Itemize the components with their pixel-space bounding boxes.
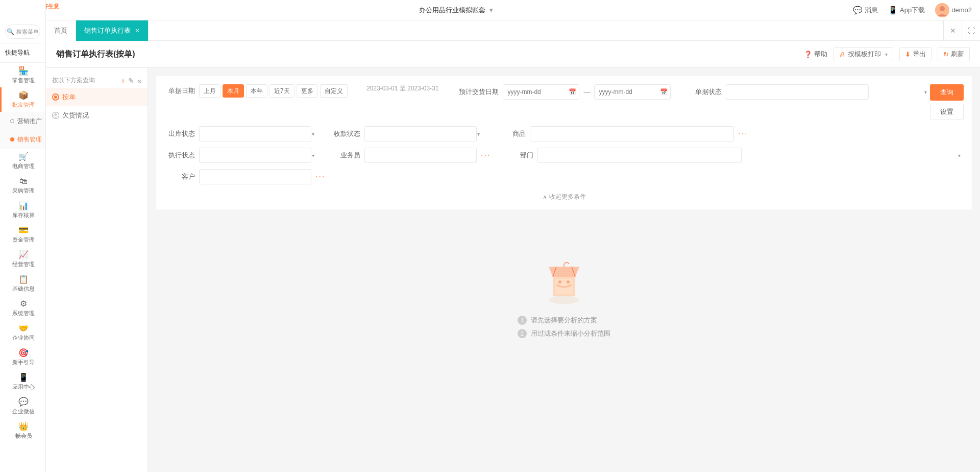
sidebar-item-operations[interactable]: 📈 经营管理 <box>0 247 45 271</box>
sidebar-item-wholesale[interactable]: 📦 批发管理 <box>0 87 45 112</box>
sidebar-item-finance[interactable]: 💳 资金管理 <box>0 222 45 247</box>
plan-item-order[interactable]: 按单 <box>46 88 148 106</box>
sidebar-sub-marketing[interactable]: 营销推广 <box>0 112 45 130</box>
exec-status-filter: 执行状态 <box>164 148 317 163</box>
salesperson-input[interactable] <box>364 148 477 163</box>
wechat-icon: 💬 <box>18 397 29 407</box>
tab-home[interactable]: 首页 <box>46 20 76 41</box>
tab-sales-order-exec-label: 销售订单执行表 <box>84 26 131 35</box>
order-status-filter: 单据状态 <box>691 84 930 100</box>
wholesale-icon: 📦 <box>18 90 29 100</box>
sidebar-item-member[interactable]: 👑 畅会员 <box>0 418 45 443</box>
sidebar-sub-sales[interactable]: 销售管理 <box>0 130 45 149</box>
filter-row-2: 出库状态 收款状态 <box>164 126 964 141</box>
date-btn-this-month[interactable]: 本月 <box>223 84 244 98</box>
svg-point-8 <box>567 280 570 284</box>
sidebar-item-inventory[interactable]: 📊 库存核算 <box>0 198 45 222</box>
expected-date-label: 预计交货日期 <box>459 87 499 97</box>
collapse-icon: ∧ <box>543 194 547 201</box>
sidebar-item-purchase[interactable]: 🛍 采购管理 <box>0 173 45 198</box>
add-plan-btn[interactable]: + <box>121 77 125 85</box>
wholesale-submenu: 营销推广 销售管理 <box>0 112 45 149</box>
finance-icon: 💳 <box>18 225 29 235</box>
app-download-btn[interactable]: 📱 App下载 <box>888 6 925 15</box>
salesperson-label: 业务员 <box>330 151 360 160</box>
date-btn-custom[interactable]: 自定义 <box>320 84 348 98</box>
right-panel: 单据日期 上月 本月 本年 近7天 更多 自定义 2023-03-01 至 20… <box>148 68 980 472</box>
salesperson-dots[interactable]: ··· <box>481 151 491 160</box>
print-btn[interactable]: 🖨 按模板打印 ▾ <box>834 47 893 61</box>
sidebar: 🔍 搜索菜单 快捷导航 🏪 零售管理 📦 批发管理 营销推广 销售管理 🛒 <box>0 0 46 472</box>
refresh-btn[interactable]: ↻ 刷新 <box>938 47 970 61</box>
plan-item-order-label: 按单 <box>62 92 76 102</box>
search-menu-btn[interactable]: 🔍 搜索菜单 <box>5 25 40 39</box>
app-icon: 📱 <box>888 6 898 15</box>
sidebar-item-enterprise[interactable]: 🤝 企业协同 <box>0 320 45 345</box>
goods-label: 商品 <box>495 129 526 138</box>
window-close-btn[interactable]: ✕ <box>943 20 962 41</box>
print-dropdown-icon[interactable]: ▾ <box>885 52 888 57</box>
window-maximize-btn[interactable]: ⛶ <box>962 20 980 41</box>
collapse-label: 收起更多条件 <box>549 193 586 201</box>
empty-tip-1-text: 请先选择要分析的方案 <box>531 316 597 325</box>
export-btn[interactable]: ⬇ 导出 <box>899 47 932 61</box>
date-btn-more[interactable]: 更多 <box>297 84 318 98</box>
sidebar-item-system[interactable]: ⚙ 系统管理 <box>0 296 45 320</box>
exec-status-label: 执行状态 <box>164 151 195 160</box>
sidebar-item-retail[interactable]: 🏪 零售管理 <box>0 63 45 87</box>
topbar-center[interactable]: 办公用品行业模拟账套 ▾ <box>419 6 493 15</box>
newbie-icon: 🎯 <box>18 348 29 358</box>
edit-plan-btn[interactable]: ✎ <box>128 77 134 85</box>
user-area[interactable]: demo2 <box>935 3 972 17</box>
tab-close-btn[interactable]: ✕ <box>135 27 140 34</box>
ship-status-filter: 出库状态 <box>164 126 317 141</box>
payment-status-select[interactable] <box>364 126 477 141</box>
exec-status-select[interactable] <box>199 148 311 163</box>
sidebar-item-wechat[interactable]: 💬 企业微信 <box>0 394 45 418</box>
date-btn-last-month[interactable]: 上月 <box>199 84 220 98</box>
inventory-icon: 📊 <box>18 201 29 210</box>
page-title: 销售订单执行表(按单) <box>56 49 135 60</box>
collapse-panel-btn[interactable]: « <box>137 77 141 85</box>
expected-date-start[interactable] <box>503 84 579 100</box>
sidebar-item-newbie[interactable]: 🎯 新手引导 <box>0 345 45 369</box>
search-icon: 🔍 <box>7 28 14 35</box>
sidebar-item-label-newbie: 新手引导 <box>12 359 35 366</box>
filter-row-3: 执行状态 业务员 ··· 部门 <box>164 148 964 163</box>
svg-point-7 <box>558 280 561 284</box>
expected-date-end[interactable] <box>594 84 671 100</box>
ship-status-select[interactable] <box>199 126 311 141</box>
settings-btn[interactable]: 设置 <box>930 104 964 120</box>
top-menu-title: 办公用品行业模拟账套 <box>419 6 485 15</box>
sidebar-search: 🔍 搜索菜单 <box>0 20 45 43</box>
customer-input[interactable] <box>199 169 311 184</box>
goods-dots[interactable]: ··· <box>738 129 748 138</box>
payment-status-select-wrap <box>364 126 483 141</box>
plan-dot-debt: ⏱ <box>52 112 59 119</box>
filter-row-4: 客户 ··· <box>164 169 964 184</box>
topbar: 畅 畅捷通好生意 标准版 办公用品行业模拟账套 ▾ 💬 消息 📱 App下载 d… <box>0 0 980 20</box>
debt-icon: ⏱ <box>53 113 58 119</box>
date-btn-this-year[interactable]: 本年 <box>246 84 267 98</box>
message-btn[interactable]: 💬 消息 <box>853 6 878 15</box>
dept-label: 部门 <box>503 151 533 160</box>
sidebar-item-basic[interactable]: 📋 基础信息 <box>0 271 45 296</box>
left-panel-actions: + ✎ « <box>121 77 141 85</box>
query-btn[interactable]: 查询 <box>930 84 964 101</box>
collapse-conditions-btn[interactable]: ∧ 收起更多条件 <box>164 188 964 201</box>
dept-select[interactable] <box>537 148 742 163</box>
basic-icon: 📋 <box>18 274 29 284</box>
date-btn-7days[interactable]: 近7天 <box>270 84 295 98</box>
sidebar-item-ecommerce[interactable]: 🛒 电商管理 <box>0 149 45 173</box>
order-status-select[interactable] <box>726 84 869 100</box>
sidebar-item-apps[interactable]: 📱 应用中心 <box>0 369 45 394</box>
svg-point-3 <box>940 6 945 11</box>
goods-input[interactable] <box>530 126 734 141</box>
help-btn[interactable]: ❓ 帮助 <box>804 50 827 59</box>
plan-item-debt[interactable]: ⏱ 欠货情况 <box>46 106 148 125</box>
customer-dots[interactable]: ··· <box>315 172 325 181</box>
dropdown-icon[interactable]: ▾ <box>489 6 493 14</box>
sidebar-quick-nav: 快捷导航 <box>0 43 45 63</box>
tab-sales-order-exec[interactable]: 销售订单执行表 ✕ <box>76 20 149 41</box>
customer-filter: 客户 ··· <box>164 169 325 184</box>
